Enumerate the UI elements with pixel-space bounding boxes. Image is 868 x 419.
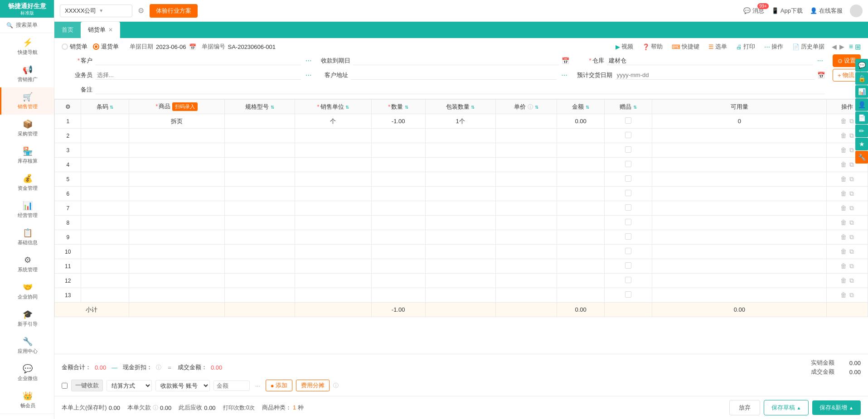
total-due-info-icon[interactable]: ⓘ [153, 404, 158, 412]
copy-row-icon[interactable]: ⧉ [849, 190, 854, 197]
radio-sale-order[interactable]: 销货单 [62, 43, 87, 51]
cell-pack-qty[interactable] [425, 187, 495, 201]
cell-unit[interactable] [295, 129, 371, 143]
cell-price[interactable] [495, 245, 557, 259]
search-menu[interactable]: 🔍 搜索菜单 [0, 18, 54, 33]
cell-unit[interactable] [295, 230, 371, 245]
copy-row-icon[interactable]: ⧉ [849, 219, 854, 226]
delete-row-icon[interactable]: 🗑 [840, 132, 847, 140]
float-btn-3[interactable]: 📊 [855, 85, 868, 98]
cell-qty[interactable] [371, 245, 425, 259]
save-new-button[interactable]: 保存&新增 ▲ [812, 400, 861, 415]
cell-product[interactable] [129, 259, 224, 274]
sort-spec-icon[interactable]: ⇅ [271, 105, 274, 110]
cell-price[interactable] [495, 187, 557, 201]
sort-amount-icon[interactable]: ⇅ [586, 105, 589, 110]
cell-unit[interactable]: 个 [295, 114, 371, 129]
copy-row-icon[interactable]: ⧉ [849, 175, 854, 183]
cell-qty[interactable] [371, 230, 425, 245]
delivery-date-calendar-icon[interactable]: 📅 [817, 72, 825, 79]
cell-gift[interactable] [605, 114, 652, 129]
sidebar-item-finance[interactable]: 💰 资金管理 [0, 169, 54, 196]
cell-pack-qty[interactable] [425, 216, 495, 230]
cell-price[interactable] [495, 288, 557, 303]
sort-unit-icon[interactable]: ⇅ [345, 105, 349, 110]
cell-spec[interactable] [224, 259, 295, 274]
cell-price[interactable] [495, 158, 557, 172]
cell-spec[interactable] [224, 158, 295, 172]
cell-spec[interactable] [224, 201, 295, 216]
price-info-icon[interactable]: ⓘ [528, 104, 533, 110]
cell-qty[interactable] [371, 187, 425, 201]
sort-gift-icon[interactable]: ⇅ [633, 105, 637, 110]
cell-gift[interactable] [605, 187, 652, 201]
date-calendar-icon[interactable]: 📅 [189, 43, 196, 50]
operate-btn[interactable]: ⋯ 操作 [761, 42, 786, 52]
cell-gift[interactable] [605, 245, 652, 259]
delivery-date-input[interactable] [615, 71, 815, 80]
cell-barcode[interactable] [81, 172, 129, 187]
cell-spec[interactable] [224, 230, 295, 245]
cell-pack-qty[interactable] [425, 129, 495, 143]
settlement-method-select[interactable]: 结算方式 [107, 380, 152, 391]
tab-close-icon[interactable]: ✕ [108, 27, 113, 33]
cell-unit[interactable] [295, 216, 371, 230]
cell-unit[interactable] [295, 259, 371, 274]
cell-barcode[interactable] [81, 274, 129, 288]
cell-price[interactable] [495, 201, 557, 216]
delete-row-icon[interactable]: 🗑 [840, 277, 847, 284]
payment-due-calendar-icon[interactable]: 📅 [562, 57, 569, 64]
cell-amount[interactable] [557, 216, 605, 230]
sort-qty-icon[interactable]: ⇅ [405, 105, 408, 110]
cell-pack-qty[interactable] [425, 143, 495, 158]
cell-price[interactable] [495, 216, 557, 230]
float-btn-5[interactable]: 📄 [855, 111, 868, 124]
try-industry-button[interactable]: 体验行业方案 [150, 4, 198, 18]
cell-unit[interactable] [295, 143, 371, 158]
cell-product[interactable] [129, 143, 224, 158]
user-avatar[interactable] [850, 5, 863, 17]
next-arrow[interactable]: ▶ [839, 43, 845, 50]
app-download-button[interactable]: 📱 App下载 [771, 7, 803, 15]
payment-due-input[interactable] [353, 56, 558, 65]
cell-product[interactable] [129, 274, 224, 288]
delete-row-icon[interactable]: 🗑 [840, 161, 847, 169]
dots-icon[interactable]: ··· [255, 382, 260, 389]
delete-row-icon[interactable]: 🗑 [840, 262, 847, 270]
cell-spec[interactable] [224, 129, 295, 143]
float-btn-1[interactable]: 💬 [855, 59, 868, 72]
cell-pack-qty[interactable] [425, 158, 495, 172]
cell-gift[interactable] [605, 230, 652, 245]
cell-amount[interactable] [557, 158, 605, 172]
cell-qty[interactable] [371, 274, 425, 288]
salesperson-input[interactable] [95, 71, 301, 80]
address-picker-icon[interactable]: ··· [559, 71, 569, 79]
sidebar-item-member[interactable]: 👑 畅会员 [0, 386, 54, 414]
cell-product[interactable] [129, 245, 224, 259]
cell-amount[interactable] [557, 201, 605, 216]
add-payment-btn[interactable]: ● 添加 [266, 380, 292, 391]
sidebar-item-apps[interactable]: 🔧 应用中心 [0, 332, 54, 359]
cell-gift[interactable] [605, 129, 652, 143]
cell-spec[interactable] [224, 172, 295, 187]
cell-unit[interactable] [295, 274, 371, 288]
sidebar-item-guide[interactable]: 🎓 新手引导 [0, 305, 54, 332]
cell-barcode[interactable] [81, 143, 129, 158]
bank-account-select[interactable]: 收款账号 账号 [155, 380, 210, 391]
cell-spec[interactable] [224, 274, 295, 288]
video-btn[interactable]: ▶ 视频 [613, 42, 636, 52]
cell-product[interactable]: 拆页 [129, 114, 224, 129]
cell-qty[interactable] [371, 259, 425, 274]
cell-price[interactable] [495, 114, 557, 129]
sidebar-item-marketing[interactable]: 📢 营销推广 [0, 60, 54, 87]
cell-barcode[interactable] [81, 129, 129, 143]
copy-row-icon[interactable]: ⧉ [849, 233, 854, 241]
sidebar-item-basics[interactable]: 📋 基础信息 [0, 223, 54, 250]
cell-amount[interactable]: 0.00 [557, 114, 605, 129]
sidebar-item-quick-nav[interactable]: ⚡ 快捷导航 [0, 33, 54, 60]
cell-gift[interactable] [605, 259, 652, 274]
cell-unit[interactable] [295, 158, 371, 172]
cell-qty[interactable] [371, 216, 425, 230]
delete-row-icon[interactable]: 🗑 [840, 175, 847, 183]
sidebar-item-enterprise[interactable]: 🤝 企业协同 [0, 278, 54, 305]
